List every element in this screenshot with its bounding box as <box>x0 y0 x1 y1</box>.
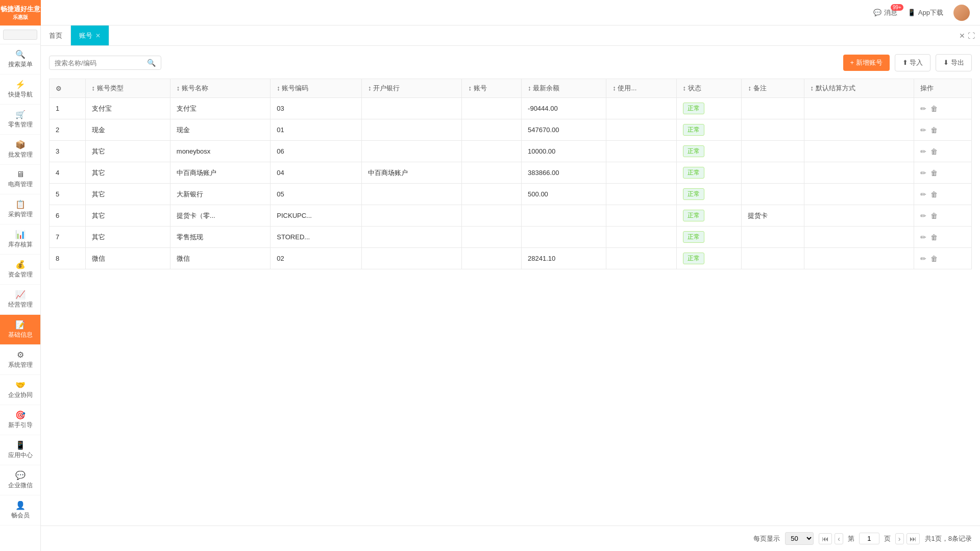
col-status[interactable]: ↕ 状态 <box>676 79 742 98</box>
tab-home[interactable]: 首页 <box>41 26 71 45</box>
col-code[interactable]: ↕ 账号编码 <box>271 79 362 98</box>
last-page-button[interactable]: ⏭ <box>906 533 920 544</box>
sidebar-item-system[interactable]: ⚙系统管理 <box>0 345 40 375</box>
delete-button[interactable]: 🗑 <box>930 255 938 263</box>
accounts-table: ⚙ ↕ 账号类型 ↕ 账号名称 ↕ 账号编码 ↕ 开户银行 ↕ 账号 ↕ 最新余… <box>49 79 972 269</box>
col-name[interactable]: ↕ 账号名称 <box>170 79 271 98</box>
sidebar-item-ecommerce[interactable]: 🖥电商管理 <box>0 165 40 194</box>
row-num: 4 <box>50 162 86 184</box>
edit-button[interactable]: ✏ <box>920 126 926 134</box>
row-name: 大新银行 <box>170 184 271 205</box>
row-usage <box>606 184 676 205</box>
col-type[interactable]: ↕ 账号类型 <box>85 79 170 98</box>
page-input[interactable] <box>859 533 879 544</box>
appcenter-icon: 📱 <box>15 440 26 450</box>
row-status: 正常 <box>676 205 742 227</box>
row-usage <box>606 227 676 248</box>
search-icon[interactable]: 🔍 <box>147 59 156 67</box>
import-button[interactable]: ⬆ 导入 <box>895 54 931 71</box>
sidebar-item-appcenter[interactable]: 📱应用中心 <box>0 435 40 465</box>
sidebar-item-operations[interactable]: 📈经营管理 <box>0 285 40 315</box>
edit-button[interactable]: ✏ <box>920 147 926 156</box>
row-remark: 提货卡 <box>742 205 804 227</box>
row-type: 其它 <box>85 227 170 248</box>
page-size-select[interactable]: 50 100 200 <box>785 532 814 545</box>
delete-button[interactable]: 🗑 <box>930 169 938 177</box>
sidebar-item-basicinfo[interactable]: 📝基础信息 <box>0 315 40 345</box>
sidebar-item-label: 零售管理 <box>8 120 33 129</box>
col-settings[interactable]: ⚙ <box>50 79 86 98</box>
next-page-button[interactable]: › <box>895 533 904 544</box>
search-box: 🔍 <box>49 56 161 70</box>
sidebar-search-input[interactable] <box>3 30 37 40</box>
sidebar-item-agreement[interactable]: 🤝企业协同 <box>0 375 40 405</box>
sidebar-item-quicknav[interactable]: ⚡快捷导航 <box>0 74 40 105</box>
sidebar-item-retail[interactable]: 🛒零售管理 <box>0 105 40 135</box>
export-button[interactable]: ⬇ 导出 <box>936 54 972 71</box>
col-usage[interactable]: ↕ 使用... <box>606 79 676 98</box>
row-usage <box>606 141 676 162</box>
col-settlement[interactable]: ↕ 默认结算方式 <box>804 79 914 98</box>
row-code: 03 <box>271 98 362 119</box>
row-name: moneybosx <box>170 141 271 162</box>
tab-account-close[interactable]: ✕ <box>95 32 101 39</box>
col-bank[interactable]: ↕ 开户银行 <box>361 79 462 98</box>
edit-button[interactable]: ✏ <box>920 212 926 220</box>
edit-button[interactable]: ✏ <box>920 105 926 113</box>
row-balance: 10000.00 <box>522 141 606 162</box>
sidebar-item-finance[interactable]: 💰资金管理 <box>0 255 40 285</box>
delete-button[interactable]: 🗑 <box>930 147 938 156</box>
row-num: 3 <box>50 141 86 162</box>
edit-button[interactable]: ✏ <box>920 255 926 263</box>
page-label: 第 <box>848 534 854 543</box>
row-name: 零售抵现 <box>170 227 271 248</box>
tab-close-action[interactable]: ✕ <box>959 32 965 40</box>
bizwechat-icon: 💬 <box>15 470 26 480</box>
tab-actions: ✕ ⛶ <box>954 26 980 45</box>
delete-button[interactable]: 🗑 <box>930 126 938 134</box>
first-page-button[interactable]: ⏮ <box>819 533 832 544</box>
delete-button[interactable]: 🗑 <box>930 190 938 198</box>
table-row: 4 其它 中百商场账户 04 中百商场账户 383866.00 正常 ✏ 🗑 <box>50 162 972 184</box>
purchase-icon: 📋 <box>15 199 26 209</box>
col-account[interactable]: ↕ 账号 <box>462 79 522 98</box>
col-remark[interactable]: ↕ 备注 <box>742 79 804 98</box>
sidebar-item-member[interactable]: 👤畅会员 <box>0 495 40 525</box>
sidebar-item-purchase[interactable]: 📋采购管理 <box>0 194 40 224</box>
status-badge: 正常 <box>683 167 704 179</box>
user-avatar[interactable] <box>953 5 970 21</box>
prev-page-button[interactable]: ‹ <box>835 533 843 544</box>
row-name: 微信 <box>170 248 271 269</box>
edit-button[interactable]: ✏ <box>920 169 926 177</box>
sidebar-item-bizwechat[interactable]: 💬企业微信 <box>0 465 40 495</box>
col-balance[interactable]: ↕ 最新余额 <box>522 79 606 98</box>
delete-button[interactable]: 🗑 <box>930 212 938 220</box>
sidebar-item-label: 电商管理 <box>8 180 33 189</box>
sidebar-item-search[interactable]: 🔍搜索菜单 <box>0 44 40 74</box>
row-status: 正常 <box>676 162 742 184</box>
sidebar-item-inventory[interactable]: 📊库存核算 <box>0 224 40 255</box>
sidebar-item-newguide[interactable]: 🎯新手引导 <box>0 405 40 435</box>
tab-fullscreen-action[interactable]: ⛶ <box>968 32 975 40</box>
tab-account[interactable]: 账号 ✕ <box>71 26 109 45</box>
newguide-icon: 🎯 <box>15 410 26 420</box>
message-button[interactable]: 💬 消息 99+ <box>873 8 897 17</box>
row-remark <box>742 119 804 141</box>
status-badge: 正常 <box>683 253 704 264</box>
finance-icon: 💰 <box>15 260 26 269</box>
add-account-button[interactable]: + 新增账号 <box>843 55 890 71</box>
edit-button[interactable]: ✏ <box>920 233 926 241</box>
app-download-button[interactable]: 📱 App下载 <box>908 8 943 17</box>
row-settlement <box>804 119 914 141</box>
sidebar-item-label: 快捷导航 <box>8 90 33 99</box>
delete-button[interactable]: 🗑 <box>930 233 938 241</box>
edit-button[interactable]: ✏ <box>920 190 926 198</box>
status-badge: 正常 <box>683 145 704 157</box>
search-input[interactable] <box>55 59 147 67</box>
delete-button[interactable]: 🗑 <box>930 105 938 113</box>
sidebar-nav: 🔍搜索菜单⚡快捷导航🛒零售管理📦批发管理🖥电商管理📋采购管理📊库存核算💰资金管理… <box>0 44 40 551</box>
row-usage <box>606 162 676 184</box>
row-action: ✏ 🗑 <box>914 162 972 184</box>
table-header: ⚙ ↕ 账号类型 ↕ 账号名称 ↕ 账号编码 ↕ 开户银行 ↕ 账号 ↕ 最新余… <box>50 79 972 98</box>
sidebar-item-wholesale[interactable]: 📦批发管理 <box>0 135 40 165</box>
